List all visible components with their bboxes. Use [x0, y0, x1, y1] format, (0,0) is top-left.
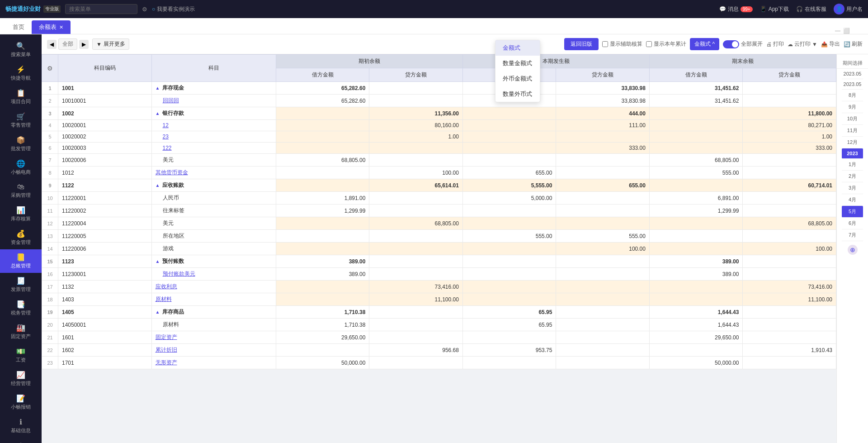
expand-all-toggle[interactable]: 全部展开: [723, 40, 763, 48]
sidebar-item-sales-report[interactable]: 📝 小畅报销: [0, 391, 42, 414]
date-item[interactable]: 8月: [842, 90, 863, 101]
close-debit-cell: 31,451.62: [649, 82, 743, 95]
right-panel-toggle[interactable]: ⊕: [848, 245, 858, 255]
date-item[interactable]: 11月: [842, 125, 863, 137]
date-item[interactable]: 2月: [842, 171, 863, 182]
date-item[interactable]: 2023.05: [842, 69, 863, 79]
expand-row-icon[interactable]: ▲: [156, 86, 161, 91]
online-service-item[interactable]: 🎧 在线客服: [796, 5, 826, 13]
toggle-switch[interactable]: [723, 40, 739, 48]
date-item[interactable]: 12月: [842, 137, 863, 148]
account-name-link[interactable]: 应收利息: [156, 283, 177, 290]
sidebar-item-fund[interactable]: 💰 资金管理: [0, 226, 42, 249]
account-name-link[interactable]: 固定资产: [156, 334, 177, 340]
account-code[interactable]: 1122: [58, 179, 152, 192]
sidebar-item-ecommerce[interactable]: 🌐 小畅电商: [0, 156, 42, 179]
purchase-icon: 🛍: [2, 183, 40, 191]
account-name-link[interactable]: 其他货币资金: [156, 169, 188, 176]
sidebar-item-fixed[interactable]: 🏭 固定资产: [0, 320, 42, 343]
demo-link[interactable]: ○ 我要看实例演示: [152, 5, 195, 13]
sidebar-purchase-label: 采购管理: [2, 192, 40, 199]
sidebar-item-basic[interactable]: ℹ 基础信息: [0, 414, 42, 438]
top-bar: 畅捷通好业财 专业版 ⚙ ○ 我要看实例演示 💬 消息 99+ 📱 App下载 …: [0, 0, 868, 18]
ytd-checkbox-input[interactable]: [646, 41, 652, 47]
back-old-version-btn[interactable]: 返回旧版: [564, 38, 599, 50]
sidebar-item-salary[interactable]: 💵 工资: [0, 343, 42, 367]
account-code[interactable]: 1002: [58, 107, 152, 120]
close-debit-cell: 389.00: [649, 255, 743, 268]
export-btn[interactable]: 📤 导出: [821, 40, 840, 48]
notification-item[interactable]: 💬 消息 99+: [719, 5, 753, 13]
cloud-print-btn[interactable]: ☁ 云打印 ▼: [788, 40, 817, 48]
date-item[interactable]: 2023.05: [842, 79, 863, 90]
sidebar-item-tax[interactable]: 📑 税务管理: [0, 296, 42, 320]
filter-all-tag[interactable]: 全部: [58, 38, 77, 50]
expand-more-icon: ▼: [96, 41, 102, 48]
sidebar-item-search[interactable]: 🔍 搜索菜单: [0, 38, 42, 62]
dropdown-item-qty-foreign[interactable]: 数量外币式: [495, 86, 540, 102]
sidebar-item-retail[interactable]: 🛒 零售管理: [0, 109, 42, 132]
account-name-link[interactable]: 累计折旧: [156, 347, 177, 353]
dropdown-item-foreign-amount[interactable]: 外币金额式: [495, 71, 540, 86]
cur-credit-cell: 100.00: [556, 243, 650, 255]
table-settings-icon[interactable]: ⚙: [47, 65, 53, 72]
user-avatar[interactable]: 👤 用户名: [834, 4, 863, 14]
account-code[interactable]: 1405: [58, 306, 152, 319]
expand-row-icon[interactable]: ▲: [156, 310, 161, 314]
expand-more-btn[interactable]: ▼ 展开更多: [92, 38, 129, 50]
sidebar-item-purchase[interactable]: 🛍 采购管理: [0, 179, 42, 202]
tab-close-icon[interactable]: ✕: [59, 24, 63, 30]
app-download-item[interactable]: 📱 App下载: [760, 5, 789, 13]
expand-row-icon[interactable]: ▲: [156, 259, 161, 264]
dropdown-item-amount[interactable]: 金额式: [495, 40, 540, 56]
sidebar-item-inventory[interactable]: 📊 库存核算: [0, 202, 42, 226]
expand-row-icon[interactable]: ▲: [156, 111, 161, 116]
account-name-link[interactable]: 预付账款美元: [163, 271, 195, 277]
tab-home[interactable]: 首页: [5, 20, 32, 34]
right-panel-expand-icon[interactable]: ⊕: [848, 245, 858, 255]
account-code[interactable]: 1123: [58, 255, 152, 268]
show-auxiliary-checkbox[interactable]: 显示辅助核算: [602, 40, 642, 48]
sidebar-item-project[interactable]: 📋 项目合同: [0, 85, 42, 109]
account-name-link[interactable]: 原材料: [156, 296, 172, 302]
date-item[interactable]: 3月: [842, 182, 863, 194]
account-name-link[interactable]: 回回回: [163, 97, 179, 104]
auxiliary-checkbox-input[interactable]: [602, 41, 608, 47]
dropdown-item-qty-amount[interactable]: 数量金额式: [495, 56, 540, 71]
account-name-link[interactable]: 12: [163, 122, 169, 129]
close-credit-cell: 333.00: [743, 143, 836, 154]
table-container[interactable]: ⚙ 科目编码 科目 期初余额 本期发生额 期末余额 借方金额 贷方金额 借方金额: [42, 54, 836, 443]
nav-forward-btn[interactable]: ▶: [79, 40, 89, 49]
account-name-link[interactable]: 无形资产: [156, 359, 177, 366]
tab-maximize-icon[interactable]: ⬜: [843, 28, 850, 34]
sidebar-item-operations[interactable]: 📈 经营管理: [0, 367, 42, 391]
show-ytd-checkbox[interactable]: 显示本年累计: [646, 40, 686, 48]
tab-balance[interactable]: 余额表 ✕: [32, 20, 71, 34]
col-settings-header[interactable]: ⚙: [42, 55, 58, 82]
date-item[interactable]: 10月: [842, 113, 863, 125]
date-item[interactable]: 2023: [842, 148, 863, 159]
account-name-link[interactable]: 23: [163, 133, 169, 140]
date-item[interactable]: 7月: [842, 229, 863, 241]
sidebar-item-ledger[interactable]: 📒 总账管理: [0, 249, 42, 273]
row-number: 21: [42, 331, 58, 344]
settings-icon[interactable]: ⚙: [142, 6, 147, 13]
refresh-btn[interactable]: 🔄 刷新: [844, 40, 863, 48]
date-item[interactable]: 1月: [842, 159, 863, 171]
date-item[interactable]: 9月: [842, 101, 863, 113]
date-item[interactable]: 4月: [842, 194, 863, 206]
sidebar-item-wholesale[interactable]: 📦 批发管理: [0, 132, 42, 156]
date-item[interactable]: 6月: [842, 218, 863, 229]
account-code[interactable]: 1001: [58, 82, 152, 95]
sidebar-item-system[interactable]: ⚙ 系统管理: [0, 438, 42, 443]
sidebar-item-quick-nav[interactable]: ⚡ 快捷导航: [0, 62, 42, 85]
top-search-input[interactable]: [65, 4, 137, 14]
account-name-link[interactable]: 122: [163, 145, 172, 151]
expand-row-icon[interactable]: ▲: [156, 183, 161, 188]
tab-minimize-icon[interactable]: —: [835, 28, 840, 34]
nav-back-btn[interactable]: ◀: [47, 40, 57, 49]
sidebar-item-invoice[interactable]: 🧾 发票管理: [0, 273, 42, 296]
date-item[interactable]: 5月: [842, 206, 863, 218]
print-btn[interactable]: 🖨 打印: [766, 40, 784, 48]
mode-btn[interactable]: 金额式 ^: [690, 38, 719, 50]
